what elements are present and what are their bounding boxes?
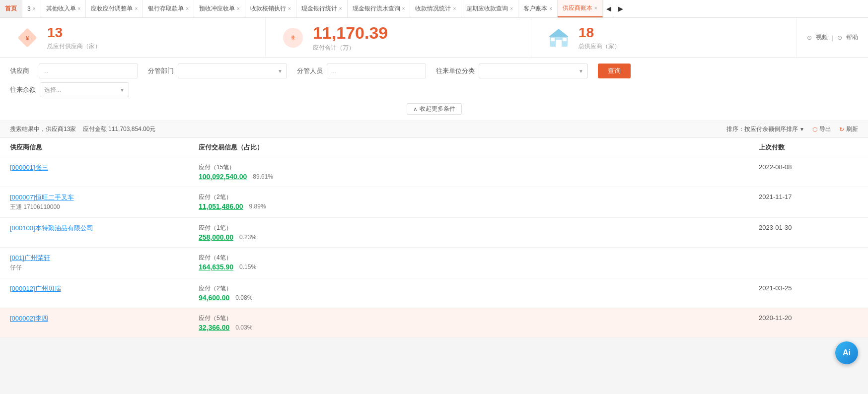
trans-label-row5: 应付（2笔） [199,284,759,293]
trans-col-row1: 应付（15笔） 100,092,540.00 89.61% [199,163,759,181]
close-tab-bank[interactable]: × [186,6,189,11]
person-input[interactable]: ... [327,64,426,78]
trans-amount-row5[interactable]: 94,600.00 [199,294,229,302]
trans-label-row2: 应付（2笔） [199,193,759,201]
close-tab-supplier-ledger[interactable]: × [594,5,597,11]
help-link[interactable]: 帮助 [846,33,858,42]
trans-percent-row5: 0.08% [235,294,252,301]
close-tab-prepay[interactable]: × [237,6,240,11]
filter-person: 分管人员 ... [297,64,426,78]
nav-tab-cash-stats[interactable]: 现金银行统计 × [296,0,348,17]
total-suppliers-number: 18 [579,24,620,41]
balance-select[interactable]: 选择... ▼ [40,82,129,97]
lastpay-date-row1: 2022-08-08 [759,163,792,171]
nav-tab-collection[interactable]: 收款核销执行 × [245,0,296,17]
close-tab-3[interactable]: × [33,6,36,11]
close-tab-customer-ledger[interactable]: × [549,6,552,11]
close-tab-other-income[interactable]: × [78,6,81,11]
result-bar: 搜索结果中，供应商13家 应付金额 111,703,854.00元 排序：按应付… [0,121,868,138]
nav-tab-customer-ledger[interactable]: 客户账本 × [518,0,558,17]
close-tab-collection[interactable]: × [288,6,291,11]
supplier-link-row6[interactable]: [000002]李四 [10,314,199,323]
stat-card-total-suppliers: 18 总供应商（家） [531,18,797,57]
svg-rect-8 [563,38,567,41]
nav-tab-other-income[interactable]: 其他收入单 × [41,0,86,17]
trans-col-row3: 应付（1笔） 258,000.00 0.23% [199,224,759,241]
dept-select[interactable]: ▼ [178,64,287,78]
supplier-link-row1[interactable]: [000001]张三 [10,163,199,172]
svg-marker-5 [549,29,569,37]
refresh-button[interactable]: ↻ 刷新 [839,125,858,133]
supplier-link-row5[interactable]: [000012]广州贝瑞 [10,284,199,293]
nav-tab-prepay[interactable]: 预收冲应收单 × [194,0,245,17]
trans-percent-row4: 0.15% [239,263,256,270]
filter-supplier: 供应商 ... [10,64,138,78]
query-button[interactable]: 查询 [598,64,631,78]
lastpay-col-row5: 2021-03-25 [759,284,858,292]
nav-tab-collection-stats[interactable]: 收款情况统计 × [410,0,461,17]
close-tab-cash-flow[interactable]: × [402,6,405,11]
filter-area: 供应商 ... 分管部门 ▼ 分管人员 ... 往来单位分类 ▼ 查询 [0,58,868,121]
sort-selector[interactable]: 排序：按应付余额倒序排序 ▼ [726,125,804,133]
supplier-col-row5: [000012]广州贝瑞 [10,284,199,293]
close-tab-collection-stats[interactable]: × [453,6,456,11]
category-filter-label: 往来单位分类 [436,66,475,75]
nav-tab-supplier-ledger[interactable]: 供应商账本 × [558,0,603,17]
table-area: 供应商信息 应付交易信息（占比） 上次付数 [000001]张三 应付（15笔）… [0,138,868,338]
collapse-bar: ∧ 收起更多条件 [10,101,858,117]
trans-label-row6: 应付（5笔） [199,314,759,323]
lastpay-date-row3: 2023-01-30 [759,224,792,231]
svg-text:⚜: ⚜ [289,34,296,42]
nav-tab-home[interactable]: 首页 [0,0,22,17]
nav-tab-overdue[interactable]: 超期应收款查询 × [461,0,518,17]
lastpay-date-row2: 2021-11-17 [759,193,792,200]
collapse-button[interactable]: ∧ 收起更多条件 [407,103,462,115]
close-tab-adjustment[interactable]: × [135,6,138,11]
circle-icon: ⊙ [807,34,812,41]
payable-suppliers-label: 总应付供应商（家） [47,42,101,51]
table-row: [000002]李四 应付（5笔） 32,366.00 0.03% 2020-1… [0,308,868,338]
video-link[interactable]: 视频 [816,33,828,42]
close-tab-overdue[interactable]: × [510,6,513,11]
nav-tab-adjustment[interactable]: 应收应付调整单 × [86,0,143,17]
category-select[interactable]: ▼ [479,64,588,78]
supplier-link-row2[interactable]: [000007]恒旺二手叉车 [10,193,199,202]
export-button[interactable]: ⬡ 导出 [812,125,831,133]
nav-tab-cash-flow[interactable]: 现金银行流水查询 × [348,0,411,17]
table-header: 供应商信息 应付交易信息（占比） 上次付数 [0,138,868,157]
payable-suppliers-number: 13 [47,24,101,41]
payable-total-label: 应付合计（万） [313,44,388,52]
trans-amount-row1[interactable]: 100,092,540.00 [199,173,247,181]
supplier-input[interactable]: ... [39,64,138,78]
diamond-icon: ¥ [15,25,40,50]
stat-card-payable-total: ⚜ 11,170.39 应付合计（万） [266,18,531,57]
supplier-link-row3[interactable]: [000100]本特勤油品有限公司 [10,224,199,233]
trans-amount-row6[interactable]: 32,366.00 [199,324,229,331]
stat-card-payable-suppliers: ¥ 13 总应付供应商（家） [0,18,266,57]
trans-label-row1: 应付（15笔） [199,163,759,172]
header-lastpay: 上次付数 [759,143,858,152]
trans-amount-row3[interactable]: 258,000.00 [199,233,233,241]
trans-amount-row4[interactable]: 164,635.90 [199,263,233,271]
filter-category: 往来单位分类 ▼ [436,64,588,78]
filter-row-1: 供应商 ... 分管部门 ▼ 分管人员 ... 往来单位分类 ▼ 查询 [10,64,858,78]
supplier-link-row4[interactable]: [001]广州荣轩 [10,254,199,263]
svg-text:¥: ¥ [26,35,29,41]
trans-amount-row2[interactable]: 11,051,486.00 [199,202,243,210]
nav-tab-3[interactable]: 3 × [22,0,41,17]
nav-tab-bank[interactable]: 银行存取款单 × [143,0,194,17]
supplier-col-row2: [000007]恒旺二手叉车 王通 17106110000 [10,193,199,211]
table-row: [001]广州荣轩 仔仔 应付（4笔） 164,635.90 0.15% [0,248,868,278]
lastpay-date-row5: 2021-03-25 [759,284,792,292]
supplier-filter-label: 供应商 [10,66,35,75]
nav-arrow-right[interactable]: ▶ [615,0,627,18]
nav-arrow-left[interactable]: ◀ [603,0,615,18]
store-icon [546,25,571,50]
close-tab-cash-stats[interactable]: × [339,6,342,11]
trans-percent-row1: 89.61% [253,173,273,180]
supplier-col-row1: [000001]张三 [10,163,199,172]
lastpay-col-row1: 2022-08-08 [759,163,858,171]
svg-rect-6 [556,40,562,47]
supplier-sub-row2: 王通 17106110000 [10,203,199,211]
table-row: [000100]本特勤油品有限公司 应付（1笔） 258,000.00 0.23… [0,218,868,248]
